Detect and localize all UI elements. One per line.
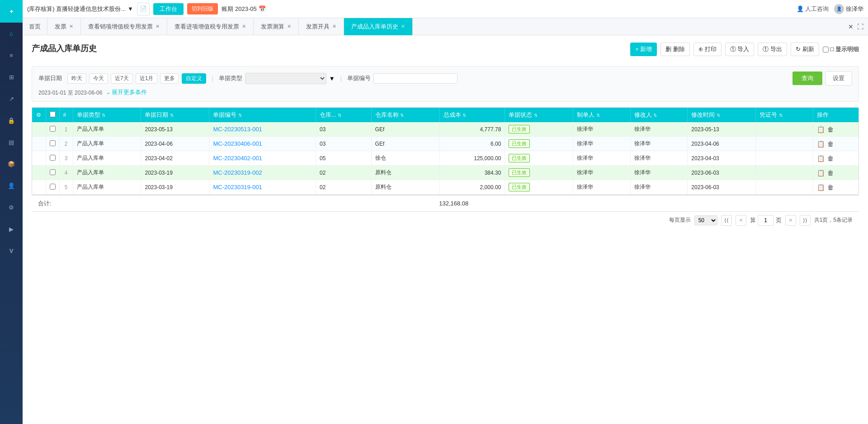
- col-type[interactable]: 单据类型 ⇅: [73, 108, 141, 122]
- row-checkbox-4[interactable]: [46, 180, 59, 195]
- edit-icon-3[interactable]: 📋: [817, 169, 825, 176]
- sidebar-item-chart[interactable]: ⊞: [0, 66, 23, 88]
- tab-close-invoice-open[interactable]: ✕: [332, 24, 336, 29]
- row-checkbox-2[interactable]: [46, 151, 59, 166]
- edit-icon-1[interactable]: 📋: [817, 140, 825, 148]
- row-checkbox-1[interactable]: [46, 137, 59, 151]
- expand-filter-btn[interactable]: ⌄ 展开更多条件: [106, 88, 147, 96]
- last-page-btn[interactable]: ⟩⟩: [800, 215, 811, 226]
- per-page-select[interactable]: 50 10 20 100: [694, 215, 717, 225]
- col-checkbox[interactable]: [46, 108, 59, 122]
- new-button[interactable]: + 新增: [630, 43, 657, 56]
- col-voucher[interactable]: 凭证号 ⇅: [756, 108, 813, 122]
- service-button[interactable]: 👤 人工咨询: [797, 5, 829, 13]
- row-num-0: 1: [59, 122, 73, 137]
- sidebar-item-doc[interactable]: ≡: [0, 44, 23, 66]
- export-button[interactable]: ① 导出: [758, 43, 787, 56]
- sidebar-item-media[interactable]: ▶: [0, 218, 23, 240]
- col-warehouse-name[interactable]: 仓库名称 ⇅: [371, 108, 439, 122]
- sidebar-item-user[interactable]: 👤: [0, 175, 23, 196]
- tab-close-product-history[interactable]: ✕: [401, 24, 405, 29]
- show-detail-checkbox[interactable]: [823, 47, 829, 52]
- col-modifier[interactable]: 修改人 ⇅: [630, 108, 688, 122]
- edit-icon-0[interactable]: 📋: [817, 126, 825, 133]
- sidebar-item-settings2[interactable]: ⚙: [0, 196, 23, 218]
- row-number-2[interactable]: MC-20230402-001: [209, 151, 316, 166]
- row-checkbox-3[interactable]: [46, 166, 59, 180]
- tab-close-purchase-vat[interactable]: ✕: [242, 24, 246, 29]
- switch-version-button[interactable]: 切到旧版: [187, 3, 218, 14]
- filter-yesterday[interactable]: 昨天: [67, 73, 86, 84]
- calendar-icon[interactable]: 📅: [259, 5, 266, 12]
- col-creator[interactable]: 制单人 ⇅: [573, 108, 631, 122]
- sidebar-item-lock[interactable]: ▤: [0, 131, 23, 153]
- col-total-cost[interactable]: 总成本 ⇅: [439, 108, 505, 122]
- filter-more[interactable]: 更多: [160, 73, 179, 84]
- filter-7days[interactable]: 近7天: [111, 73, 133, 84]
- print-button[interactable]: ⊕ 打印: [693, 43, 722, 56]
- select-all-checkbox[interactable]: [50, 111, 56, 117]
- tab-close-sales-vat[interactable]: ✕: [156, 24, 160, 29]
- sidebar-item-home[interactable]: ⌂: [0, 23, 23, 44]
- doc-icon-btn[interactable]: 📄: [137, 3, 150, 15]
- filter-custom[interactable]: 自定义: [182, 73, 206, 84]
- tab-maximize[interactable]: ⛶: [857, 23, 863, 30]
- sidebar-item-inventory[interactable]: 📦: [0, 153, 23, 175]
- import-button[interactable]: ① 导入: [725, 43, 755, 56]
- row-number-0[interactable]: MC-20230513-001: [209, 122, 316, 137]
- row-number-link-3[interactable]: MC-20230319-002: [213, 169, 262, 176]
- workbench-button[interactable]: 工作台: [153, 3, 184, 15]
- row-checkbox-0[interactable]: [46, 122, 59, 137]
- delete-icon-4[interactable]: 🗑: [827, 184, 834, 191]
- row-settings-2: [32, 151, 46, 166]
- col-warehouse-code[interactable]: 仓库... ⇅: [316, 108, 371, 122]
- sidebar-item-v[interactable]: V: [0, 240, 23, 262]
- delete-icon-1[interactable]: 🗑: [827, 140, 834, 148]
- sidebar-item-finance[interactable]: 🔒: [0, 110, 23, 131]
- type-filter-select[interactable]: [245, 73, 326, 84]
- col-date[interactable]: 单据日期 ⇅: [141, 108, 209, 122]
- number-filter-input[interactable]: [373, 73, 458, 84]
- show-detail-checkbox-wrap[interactable]: □ 显示明细: [823, 45, 859, 53]
- tab-close-invoice-calc[interactable]: ✕: [287, 24, 291, 29]
- delete-icon-3[interactable]: 🗑: [827, 169, 834, 176]
- row-number-1[interactable]: MC-20230406-001: [209, 137, 316, 151]
- edit-icon-4[interactable]: 📋: [817, 184, 825, 191]
- row-number-link-0[interactable]: MC-20230513-001: [213, 126, 262, 133]
- refresh-button[interactable]: ↻ 刷新: [791, 43, 819, 56]
- edit-icon-2[interactable]: 📋: [817, 155, 825, 162]
- page-input[interactable]: [758, 215, 774, 226]
- tab-home[interactable]: 首页: [23, 18, 47, 35]
- filter-today[interactable]: 今天: [89, 73, 108, 84]
- row-number-link-2[interactable]: MC-20230402-001: [213, 155, 262, 162]
- col-status[interactable]: 单据状态 ⇅: [505, 108, 573, 122]
- col-settings[interactable]: ⚙: [32, 108, 46, 122]
- company-selector[interactable]: (库存核算) 直播轻捷通信息技术股份... ▼: [27, 5, 133, 13]
- query-button[interactable]: 查询: [793, 71, 822, 85]
- tab-invoice-calc[interactable]: 发票测算 ✕: [254, 18, 299, 35]
- user-menu[interactable]: 👤 徐泽华: [834, 4, 863, 14]
- setting-button[interactable]: 设置: [825, 71, 852, 86]
- tab-invoice[interactable]: 发票 ✕: [47, 18, 81, 35]
- tab-sales-vat[interactable]: 查看销项增值税专用发票 ✕: [81, 18, 167, 35]
- prev-page-btn[interactable]: ＜: [736, 215, 746, 226]
- col-modify-time[interactable]: 修改时间 ⇅: [688, 108, 756, 122]
- tab-product-history[interactable]: 产成品入库单历史 ✕: [344, 18, 413, 35]
- first-page-btn[interactable]: ⟨⟨: [721, 215, 732, 226]
- tab-close-invoice[interactable]: ✕: [69, 24, 73, 29]
- tab-invoice-open[interactable]: 发票开具 ✕: [299, 18, 344, 35]
- delete-icon-0[interactable]: 🗑: [827, 126, 834, 133]
- row-number-link-4[interactable]: MC-20230319-001: [213, 184, 262, 191]
- tab-close-all[interactable]: ✕: [848, 23, 854, 30]
- filter-1month[interactable]: 近1月: [136, 73, 158, 84]
- next-page-btn[interactable]: ＞: [785, 215, 796, 226]
- row-number-link-1[interactable]: MC-20230406-001: [213, 140, 262, 147]
- delete-button[interactable]: 删 删除: [660, 43, 690, 56]
- sidebar-item-analytics[interactable]: ↗: [0, 88, 23, 110]
- delete-icon-2[interactable]: 🗑: [827, 155, 834, 162]
- row-number-4[interactable]: MC-20230319-001: [209, 180, 316, 195]
- col-number[interactable]: 单据编号 ⇅: [209, 108, 316, 122]
- tab-purchase-vat[interactable]: 查看进项增值税专用发票 ✕: [167, 18, 254, 35]
- row-number-3[interactable]: MC-20230319-002: [209, 166, 316, 180]
- row-modifier-0: 徐泽华: [630, 122, 688, 137]
